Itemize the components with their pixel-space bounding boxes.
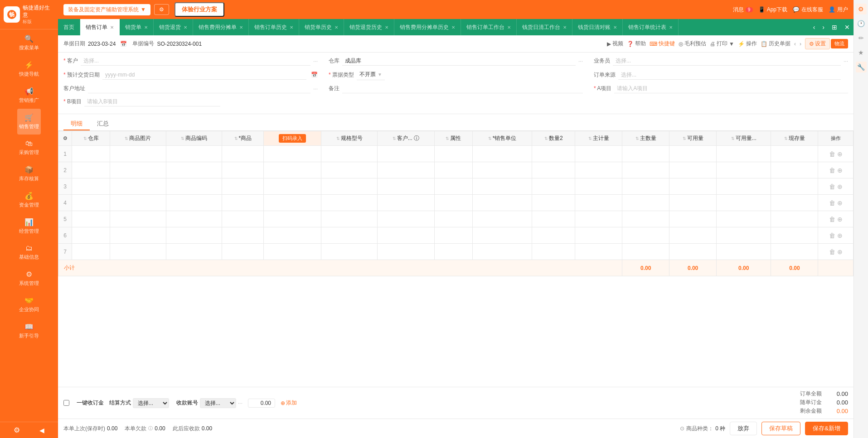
cell-4-11[interactable] [575,195,622,211]
warehouse-more-icon[interactable]: ··· [578,58,583,64]
nav-next-icon[interactable]: › [800,41,801,47]
settings-gear-btn[interactable]: ⚙ [154,4,169,15]
cell-5-11[interactable] [575,211,622,227]
cell-6-13[interactable] [669,227,717,244]
cell-1-9[interactable] [472,146,532,162]
row-copy-icon-7[interactable]: ⊕ [837,248,843,255]
cell-7-3[interactable] [166,244,222,260]
right-panel-settings-icon[interactable]: ⚙ [856,4,867,14]
cell-5-9[interactable] [472,211,532,227]
cell-7-6[interactable] [321,244,378,260]
cell-7-15[interactable] [771,244,818,260]
row-copy-icon-6[interactable]: ⊕ [837,232,843,239]
delivery-calendar-icon[interactable]: 📅 [311,72,318,78]
shortcut-btn[interactable]: ⌨ 快捷键 [650,40,675,48]
cell-6-14[interactable] [717,227,771,244]
row-delete-icon-7[interactable]: 🗑 [829,248,835,255]
save-draft-button[interactable]: 保存草稿 [761,422,800,435]
tab-9[interactable]: 销售订单工作台✕ [461,19,517,35]
calendar-icon[interactable]: 📅 [120,41,127,47]
cell-3-1[interactable] [72,178,110,195]
right-panel-edit-icon[interactable]: ✏ [856,33,867,43]
sidebar-item-5[interactable]: 📦 库存核算 [17,161,41,187]
cell-7-5[interactable] [264,244,321,260]
col-main-qty[interactable]: ⇅主数量 [622,131,669,146]
cell-1-11[interactable] [575,146,622,162]
tab-more-btn[interactable]: ⊞ [828,19,841,35]
cell-4-13[interactable] [669,195,717,211]
tab-close-9[interactable]: ✕ [507,25,511,30]
cell-5-3[interactable] [166,211,222,227]
cell-3-4[interactable] [222,178,264,195]
account-select[interactable]: 选择... [200,398,236,408]
tab-close-11[interactable]: ✕ [613,25,617,30]
nav-prev-icon[interactable]: ‹ [794,41,796,47]
cell-7-8[interactable] [434,244,472,260]
cell-7-9[interactable] [472,244,532,260]
sidebar-item-3[interactable]: 🛒 销售管理 [17,109,41,135]
discard-button[interactable]: 放弃 [730,422,757,435]
solution-button[interactable]: 体验行业方案 [175,2,224,17]
col-product[interactable]: ⇅*商品 [222,131,264,146]
cell-4-1[interactable] [72,195,110,211]
col-available[interactable]: ⇅可用量 [669,131,717,146]
col-sales-unit[interactable]: ⇅*销售单位 [472,131,532,146]
sidebar-item-10[interactable]: 🤝 企业协同 [17,292,41,318]
cell-6-1[interactable] [72,227,110,244]
history-btn[interactable]: 📋 历史单据 [761,40,790,48]
cell-1-2[interactable] [110,146,166,162]
tab-1[interactable]: 销售订单✕ [80,19,120,35]
cell-6-6[interactable] [321,227,378,244]
cell-6-8[interactable] [434,227,472,244]
cell-2-2[interactable] [110,162,166,178]
right-panel-tool-icon[interactable]: 🔧 [856,62,867,72]
cell-7-7[interactable] [377,244,434,260]
tab-close-8[interactable]: ✕ [451,25,455,30]
cell-4-4[interactable] [222,195,264,211]
cell-4-5[interactable] [264,195,321,211]
cell-3-5[interactable] [264,178,321,195]
col-settings[interactable]: ⚙ [58,131,72,146]
row-delete-icon-3[interactable]: 🗑 [829,183,835,190]
profit-btn[interactable]: ◎ 毛利预估 [679,40,706,48]
cell-3-2[interactable] [110,178,166,195]
row-copy-icon-2[interactable]: ⊕ [837,167,843,174]
cell-1-14[interactable] [717,146,771,162]
cell-1-6[interactable] [321,146,378,162]
account-more-icon[interactable]: ··· [238,400,242,406]
cell-2-15[interactable] [771,162,818,178]
tab-3[interactable]: 销货退货✕ [154,19,193,35]
cell-7-12[interactable] [622,244,669,260]
tab-6[interactable]: 销货单历史✕ [299,19,344,35]
cell-3-12[interactable] [622,178,669,195]
b-project-input[interactable] [84,97,220,106]
tab-close-12[interactable]: ✕ [669,25,673,30]
add-payment-btn[interactable]: ⊕ 添加 [281,399,297,407]
cell-1-1[interactable] [72,146,110,162]
cell-2-4[interactable] [222,162,264,178]
cell-1-12[interactable] [622,146,669,162]
cell-3-8[interactable] [434,178,472,195]
cell-2-5[interactable] [264,162,321,178]
cell-3-6[interactable] [321,178,378,195]
row-copy-icon-3[interactable]: ⊕ [837,183,843,190]
operations-btn[interactable]: ⚡ 操作 [738,40,757,48]
view-btn[interactable]: ▶ 视频 [607,40,623,48]
col-main-unit[interactable]: ⇅主计量 [575,131,622,146]
tab-next-btn[interactable]: › [819,19,828,35]
sidebar-collapse-icon[interactable]: ◀ [39,427,44,434]
ticket-type-select[interactable]: 不开票 ▼ [357,69,385,80]
tab-summary[interactable]: 汇总 [90,118,116,130]
tab-2[interactable]: 销货单✕ [120,19,154,35]
row-copy-icon-1[interactable]: ⊕ [837,150,843,158]
one-click-checkbox[interactable] [63,400,69,406]
cell-1-8[interactable] [434,146,472,162]
col-spec[interactable]: ⇅规格型号 [321,131,378,146]
col-product-img[interactable]: ⇅商品图片 [110,131,166,146]
col-warehouse[interactable]: ⇅仓库 [72,131,110,146]
cell-5-15[interactable] [771,211,818,227]
cell-1-13[interactable] [669,146,717,162]
cell-4-10[interactable] [532,195,575,211]
cell-3-7[interactable] [377,178,434,195]
right-panel-star-icon[interactable]: ★ [856,47,867,58]
